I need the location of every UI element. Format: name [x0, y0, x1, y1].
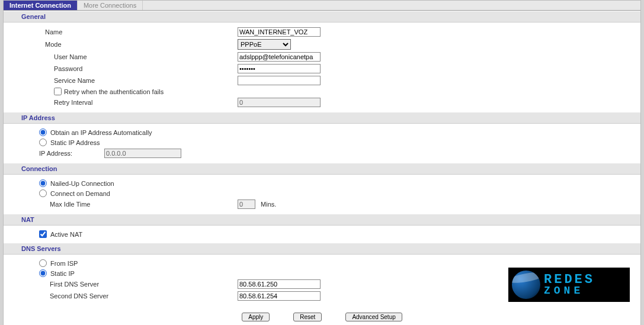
label-retry-auth: Retry when the authentication fails — [64, 88, 164, 95]
label-ip-address: IP Address: — [4, 150, 104, 157]
active-nat-checkbox[interactable] — [39, 230, 47, 238]
username-input[interactable] — [238, 52, 321, 62]
max-idle-input — [238, 199, 255, 209]
label-mode: Mode — [4, 41, 238, 48]
radio-demand[interactable] — [39, 189, 47, 197]
tabs-bar: Internet Connection More Connections — [4, 1, 640, 11]
button-bar: Apply Reset Advanced Setup — [4, 305, 640, 325]
label-ip-auto: Obtain an IP Address Automatically — [50, 129, 152, 136]
radio-ip-static[interactable] — [39, 139, 47, 146]
mode-select[interactable]: PPPoE — [238, 39, 291, 50]
label-ip-static: Static IP Address — [50, 139, 100, 146]
radio-ip-auto[interactable] — [39, 128, 47, 136]
globe-icon — [512, 271, 540, 299]
label-name: Name — [4, 28, 238, 36]
section-general-header: General — [4, 11, 640, 22]
label-dns-static: Static IP — [50, 270, 75, 277]
main-panel: Internet Connection More Connections Gen… — [3, 0, 641, 325]
section-nat-header: NAT — [4, 214, 640, 226]
section-connection-header: Connection — [4, 163, 640, 175]
label-demand: Connect on Demand — [50, 190, 110, 197]
apply-button[interactable]: Apply — [242, 313, 270, 321]
label-password: Password — [4, 65, 238, 72]
second-dns-input[interactable] — [238, 291, 321, 301]
radio-dns-static[interactable] — [39, 269, 47, 277]
service-name-input[interactable] — [238, 76, 321, 85]
ip-address-input — [104, 149, 181, 158]
logo-redes-zone: REDES ZONE — [508, 268, 630, 302]
label-retry-interval: Retry Interval — [4, 99, 238, 106]
label-active-nat: Active NAT — [50, 231, 82, 238]
first-dns-input[interactable] — [238, 279, 321, 289]
name-input[interactable] — [238, 27, 321, 37]
password-input[interactable] — [238, 64, 321, 73]
label-username: User Name — [4, 53, 238, 60]
label-max-idle: Max Idle Time — [4, 201, 238, 208]
retry-auth-checkbox[interactable] — [54, 88, 62, 95]
label-service-name: Service Name — [4, 77, 238, 84]
label-dns-isp: From ISP — [50, 260, 78, 267]
retry-interval-input — [238, 98, 321, 107]
tab-more-connections[interactable]: More Connections — [78, 1, 143, 10]
label-mins: Mins. — [261, 201, 276, 208]
radio-dns-isp[interactable] — [39, 259, 47, 267]
label-second-dns: Second DNS Server — [4, 292, 238, 300]
section-dns-header: DNS Servers — [4, 243, 640, 255]
tab-internet-connection[interactable]: Internet Connection — [4, 1, 78, 10]
label-nailed: Nailed-Up Connection — [50, 180, 114, 187]
label-first-dns: First DNS Server — [4, 281, 238, 288]
reset-button[interactable]: Reset — [293, 313, 322, 321]
advanced-setup-button[interactable]: Advanced Setup — [345, 313, 402, 321]
section-ip-header: IP Address — [4, 112, 640, 124]
radio-nailed[interactable] — [39, 179, 47, 187]
